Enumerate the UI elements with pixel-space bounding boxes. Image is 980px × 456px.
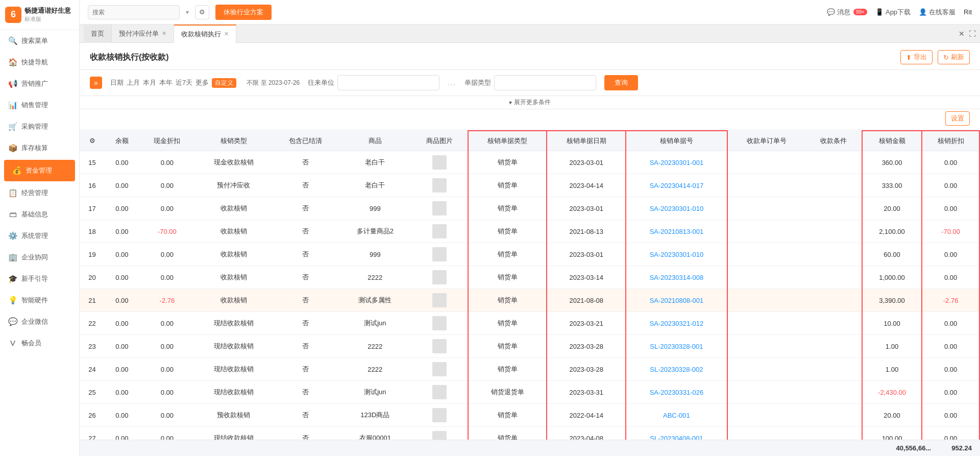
table-row: 23 0.00 0.00 现结收款核销 否 2222 销货单 2023-03-2… [80,335,979,358]
filter-date-custom[interactable]: 自定义 [212,78,236,88]
cell-bill-date: 2023-03-28 [547,358,626,381]
tab-receipt[interactable]: 收款核销执行 ✕ [174,25,236,43]
bill-no-link[interactable]: SA-20230314-008 [650,274,704,281]
filter-expand-button[interactable]: » [90,77,102,89]
export-button[interactable]: ⬆ 导出 [900,50,933,64]
sidebar-item-basic[interactable]: 🗃基础信息 [0,204,79,225]
cell-receipt-no [727,335,805,358]
bill-no-link[interactable]: SA-20230414-017 [650,182,704,189]
cell-receipt-no [727,312,805,335]
table-row: 19 0.00 0.00 收款核销 否 999 销货单 2023-03-01 S… [80,243,979,266]
cell-goods-img [411,335,468,358]
service-icon: 👤 [919,8,927,16]
cell-goods: 测试jun [339,312,411,335]
filter-date-range: 不限 至 2023-07-26 [247,79,300,87]
topbar-dropdown-arrow[interactable]: ▾ [186,9,189,16]
table-row: 17 0.00 0.00 收款核销 否 999 销货单 2023-03-01 S… [80,197,979,220]
bill-no-link[interactable]: ABC-001 [663,412,690,419]
sidebar-item-system[interactable]: ⚙️系统管理 [0,225,79,247]
tab-prepay-close[interactable]: ✕ [162,30,166,37]
sidebar-item-vip[interactable]: V畅会员 [0,332,79,354]
industry-solution-button[interactable]: 休验行业方案 [215,5,272,20]
cell-id: 25 [80,381,105,404]
sidebar-item-hardware[interactable]: 💡智能硬件 [0,290,79,311]
topbar-search-input[interactable] [88,5,180,19]
table-row: 22 0.00 0.00 现结收款核销 否 测试jun 销货单 2023-03-… [80,312,979,335]
cell-bill-type: 销货单 [468,243,547,266]
cell-receipt-no [727,427,805,440]
bill-no-link[interactable]: SA-20230331-026 [650,389,704,396]
filter-dots: ... [448,79,456,87]
sidebar-item-wechat[interactable]: 💬企业微信 [0,311,79,332]
cell-receipt-no [727,151,805,174]
cell-id: 20 [80,266,105,289]
sidebar-item-purchase[interactable]: 🛒采购管理 [0,116,79,137]
cell-goods: 2222 [339,358,411,381]
cell-discount: 0.00 [922,312,979,335]
sidebar-item-quick[interactable]: 🏠快捷导航 [0,52,79,73]
cell-balance: 0.00 [105,151,139,174]
bill-no-link[interactable]: SA-20210813-001 [650,228,704,235]
bill-no-link[interactable]: SL-20230328-002 [650,366,703,373]
filter-expand-more-bar[interactable]: ▾ 展开更多条件 [80,96,980,109]
tab-prepay[interactable]: 预付冲应付单 ✕ [112,25,174,43]
filter-date-more[interactable]: 更多 [195,78,209,87]
cell-bill-date: 2023-03-28 [547,335,626,358]
sidebar-item-company[interactable]: 🏢企业协同 [0,247,79,268]
cell-discount: -70.00 [922,220,979,243]
th-payment-terms: 收款条件 [805,131,862,151]
bill-no-link[interactable]: SL-20230328-001 [650,343,703,350]
sidebar-item-sales[interactable]: 📊销售管理 [0,94,79,116]
bill-no-link[interactable]: SA-20230301-001 [650,159,704,166]
sidebar-item-search[interactable]: 🔍搜索菜单 [0,30,79,52]
sidebar-item-marketing[interactable]: 📢营销推广 [0,73,79,94]
filter-date-this-year[interactable]: 本年 [159,78,173,87]
cell-goods-img [411,381,468,404]
close-window-icon[interactable]: ✕ [959,30,965,38]
th-settings[interactable]: ⚙ [80,131,105,151]
cell-bill-date: 2023-03-21 [547,312,626,335]
cell-type: 现结收款核销 [195,312,272,335]
topbar-username: Rit [964,8,972,16]
cell-bill-date: 2021-08-08 [547,289,626,312]
cell-goods-img [411,358,468,381]
filter-date-this-month[interactable]: 本月 [143,78,156,87]
filter-query-button[interactable]: 查询 [604,75,638,90]
bill-no-link[interactable]: SL-20230408-001 [650,435,703,440]
topbar-online-service[interactable]: 👤 在线客服 [919,8,955,17]
cell-bill-no: SL-20230328-002 [626,358,727,381]
cell-type: 预付冲应收 [195,174,272,197]
cell-id: 16 [80,174,105,197]
topbar-settings-icon[interactable]: ⚙ [195,5,209,19]
sidebar-item-finance[interactable]: 💰资金管理 [4,160,75,181]
filter-settings-button[interactable]: 设置 [945,111,970,126]
sidebar-item-newbie[interactable]: 🎓新手引导 [0,268,79,290]
bill-no-link[interactable]: SA-20230301-010 [650,205,704,212]
tab-home[interactable]: 首页 [84,25,112,43]
sidebar-item-inventory[interactable]: 📦库存核算 [0,137,79,159]
sidebar-item-ops[interactable]: 📋经营管理 [0,182,79,204]
cell-discount: 0.00 [922,197,979,220]
topbar-app-download[interactable]: 📱 App下载 [875,8,911,17]
tab-receipt-close[interactable]: ✕ [224,31,229,37]
system-icon: ⚙️ [8,231,17,241]
filter-date-last-month[interactable]: 上月 [127,78,140,87]
cell-balance: 0.00 [105,358,139,381]
filter-partner-input[interactable] [337,75,439,90]
filter-bill-type-select[interactable] [494,75,596,90]
topbar: ▾ ⚙ 休验行业方案 💬 消息 99+ 📱 App下载 👤 在线客服 Rit [80,0,980,25]
refresh-button[interactable]: ↻ 刷新 [938,50,970,64]
cell-discount: 0.00 [922,381,979,404]
expand-window-icon[interactable]: ⛶ [969,30,976,38]
bill-no-link[interactable]: SA-20210808-001 [650,297,704,304]
finance-icon: 💰 [12,166,21,175]
quick-icon: 🏠 [8,58,17,67]
bill-no-link[interactable]: SA-20230301-010 [650,251,704,258]
cell-goods: 衣服00001 [339,427,411,440]
topbar-message[interactable]: 💬 消息 99+ [827,8,867,17]
table-row: 26 0.00 0.00 预收款核销 否 123D商品 销货单 2022-04-… [80,404,979,427]
filter-date-7days[interactable]: 近7天 [176,78,192,87]
cell-id: 26 [80,404,105,427]
bill-no-link[interactable]: SA-20230321-012 [650,320,704,327]
cell-goods-img [411,243,468,266]
